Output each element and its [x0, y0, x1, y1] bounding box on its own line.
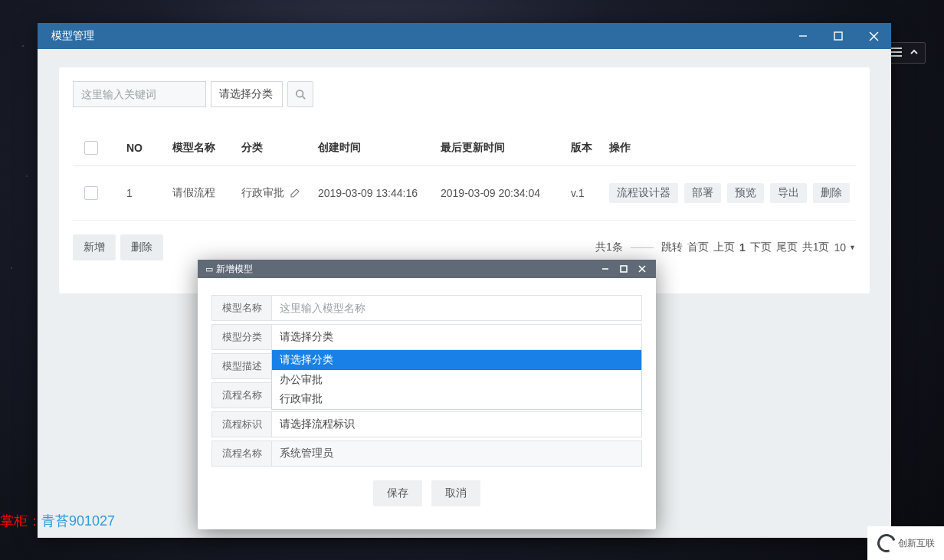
pager-size-value: 10 [834, 241, 847, 254]
dialog-actions: 保存 取消 [211, 470, 642, 525]
col-category: 分类 [241, 141, 318, 155]
edit-icon[interactable] [287, 188, 300, 198]
pager-current: 1 [739, 241, 746, 254]
label-proc-name2: 流程名称 [211, 440, 271, 467]
model-name-input[interactable] [271, 295, 642, 321]
col-created: 创建时间 [318, 141, 441, 155]
keyword-input[interactable] [73, 81, 206, 107]
window-icon: ▭ [205, 264, 213, 274]
pager-jump[interactable]: 跳转 [661, 241, 683, 254]
cell-name: 请假流程 [172, 186, 241, 200]
cell-created: 2019-03-09 13:44:16 [318, 187, 441, 199]
cell-version: v.1 [571, 187, 609, 199]
pager-pages: 共1页 [802, 241, 830, 254]
cell-category-text: 行政审批 [241, 186, 284, 198]
col-name: 模型名称 [172, 141, 241, 155]
watermark-name: 青苔901027 [41, 513, 115, 529]
svg-point-1 [297, 90, 303, 97]
label-model-desc: 模型描述 [211, 353, 271, 379]
pager-prev[interactable]: 上页 [713, 241, 735, 254]
svg-rect-0 [834, 32, 842, 40]
window-minimize-button[interactable] [785, 23, 821, 49]
op-preview-button[interactable]: 预览 [727, 183, 764, 203]
caret-down-icon: ▼ [849, 244, 856, 251]
delete-button[interactable]: 删除 [120, 234, 163, 260]
dialog-title: 新增模型 [216, 263, 253, 276]
op-deploy-button[interactable]: 部署 [684, 183, 721, 203]
pager-size-select[interactable]: 10 ▼ [834, 241, 857, 254]
cancel-button[interactable]: 取消 [431, 480, 480, 506]
model-category-select[interactable] [271, 324, 642, 350]
dialog-maximize-button[interactable] [615, 260, 633, 278]
search-button[interactable] [287, 81, 313, 107]
dialog-titlebar: ▭ 新增模型 [198, 260, 656, 278]
window-maximize-button[interactable] [821, 23, 856, 49]
label-model-name: 模型名称 [211, 295, 271, 321]
proc-name2-input[interactable] [271, 440, 642, 467]
add-model-form: 模型名称 模型分类 请选择分类 办公审批 行政审批 模型描述 流 [198, 278, 656, 529]
label-model-category: 模型分类 [211, 324, 271, 350]
window-title: 模型管理 [51, 29, 94, 43]
label-proc-name: 流程名称 [211, 382, 271, 408]
chevron-up-icon[interactable] [910, 46, 919, 60]
brand-logo: 创新互联 [867, 526, 944, 560]
add-model-dialog: ▭ 新增模型 模型名称 模型分类 请选择分类 办公审批 [198, 260, 656, 529]
logo-text: 创新互联 [898, 537, 935, 550]
col-no: NO [126, 142, 172, 154]
panel-footer: 新增 删除 共1条 跳转 首页 上页 1 下页 尾页 共1页 10 ▼ [73, 234, 856, 260]
model-table: NO 模型名称 分类 创建时间 最后更新时间 版本 操作 1 请假流程 行政审批 [73, 141, 856, 221]
table-row: 1 请假流程 行政审批 2019-03-09 13:44:16 2019-03-… [73, 166, 856, 221]
pager-total: 共1条 [595, 241, 623, 254]
col-updated: 最后更新时间 [441, 141, 571, 155]
logo-icon [874, 531, 899, 555]
dialog-minimize-button[interactable] [596, 260, 615, 278]
op-export-button[interactable]: 导出 [770, 183, 807, 203]
select-all-checkbox[interactable] [84, 141, 98, 155]
pager-next[interactable]: 下页 [750, 241, 772, 254]
op-delete-button[interactable]: 删除 [813, 183, 850, 203]
dialog-close-button[interactable] [633, 260, 651, 278]
window-close-button[interactable] [856, 23, 891, 49]
col-ops: 操作 [609, 141, 856, 155]
category-dropdown: 请选择分类 办公审批 行政审批 [271, 350, 642, 410]
pager-last[interactable]: 尾页 [776, 241, 798, 254]
label-proc-key: 流程标识 [211, 411, 271, 437]
table-header: NO 模型名称 分类 创建时间 最后更新时间 版本 操作 [73, 141, 856, 166]
search-bar: 请选择分类 [73, 81, 856, 107]
add-button[interactable]: 新增 [73, 234, 116, 260]
cell-updated: 2019-03-09 20:34:04 [441, 187, 571, 199]
pager-first[interactable]: 首页 [687, 241, 709, 254]
save-button[interactable]: 保存 [373, 480, 422, 506]
menu-icon[interactable] [891, 46, 902, 60]
row-checkbox[interactable] [84, 186, 98, 200]
cell-category: 行政审批 [241, 186, 318, 200]
category-option[interactable]: 办公审批 [272, 370, 641, 390]
watermark-label: 掌柜： [0, 513, 41, 529]
col-version: 版本 [571, 141, 609, 155]
category-select[interactable]: 请选择分类 [211, 81, 283, 107]
cell-ops: 流程设计器 部署 预览 导出 删除 [609, 183, 856, 203]
category-option[interactable]: 请选择分类 [272, 350, 641, 370]
proc-key-select[interactable] [271, 411, 642, 437]
op-designer-button[interactable]: 流程设计器 [609, 183, 678, 203]
category-option[interactable]: 行政审批 [272, 389, 641, 409]
pager: 共1条 跳转 首页 上页 1 下页 尾页 共1页 10 ▼ [595, 241, 856, 254]
watermark: 掌柜：青苔901027 [0, 512, 115, 530]
svg-rect-2 [621, 266, 627, 272]
cell-no: 1 [126, 187, 172, 199]
window-titlebar: 模型管理 [38, 23, 891, 49]
